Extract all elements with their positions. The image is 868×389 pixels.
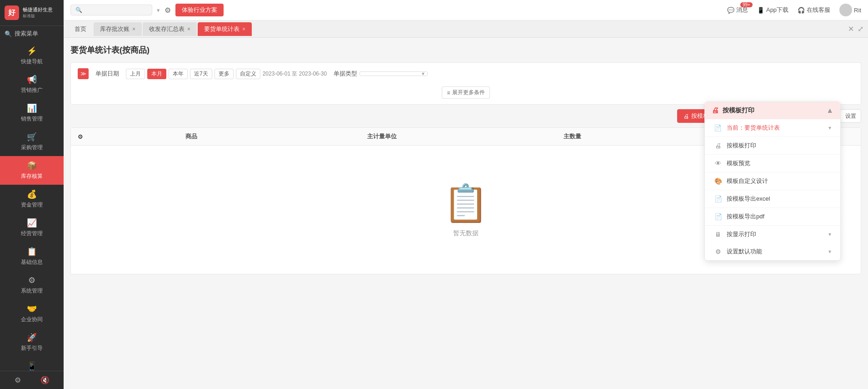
sidebar-item-label: 采购管理	[21, 144, 43, 152]
tab-receipt-summary-close[interactable]: ×	[187, 26, 190, 32]
sidebar-item-basic-info[interactable]: 📋 基础信息	[0, 242, 64, 271]
topbar-dropdown-arrow[interactable]: ▾	[157, 7, 160, 14]
set-default-arrow: ▾	[828, 248, 831, 255]
tab-order-stats[interactable]: 要货单统计表 ×	[198, 22, 252, 36]
sidebar-item-label: 新手引导	[21, 344, 43, 352]
date-btn-last-month[interactable]: 上月	[126, 69, 145, 79]
tab-inventory-batch-close[interactable]: ×	[132, 26, 135, 32]
dropdown-item-template-preview[interactable]: 👁 模板预览	[705, 155, 840, 172]
finance-icon: 💰	[27, 189, 37, 199]
dropdown-item-export-pdf[interactable]: 📄 按模板导出pdf	[705, 208, 840, 226]
sidebar-item-cooperation[interactable]: 🤝 企业协同	[0, 299, 64, 328]
tab-home[interactable]: 首页	[68, 22, 93, 36]
tab-bar-expand-icon[interactable]: ⤢	[858, 25, 863, 33]
quick-nav-icon: ⚡	[27, 46, 37, 56]
display-print-icon: 🖥	[714, 231, 722, 238]
sidebar-item-app-center[interactable]: 📱 应用中心	[0, 357, 64, 371]
settings-button[interactable]: 设置	[840, 109, 861, 123]
sidebar-item-label: 营销推广	[21, 86, 43, 94]
type-filter-label: 单据类型	[334, 70, 357, 78]
message-icon: 💬	[727, 7, 734, 14]
date-btn-this-month[interactable]: 本月	[147, 69, 166, 79]
sidebar-item-sales[interactable]: 📊 销售管理	[0, 99, 64, 127]
sidebar-item-label: 资金管理	[21, 201, 43, 209]
user-avatar	[839, 4, 852, 16]
app-name-block: 畅捷通好生意 标准版	[23, 6, 53, 19]
export-pdf-icon: 📄	[714, 213, 722, 220]
date-btn-7days[interactable]: 近7天	[190, 69, 212, 79]
dropdown-title-text: 按模板打印	[723, 106, 754, 115]
topbar: 🔍 ▾ ⚙ 体验行业方案 💬 消息 99+ 📱 App下载 🎧 在线客服 Rit	[64, 0, 868, 20]
dropdown-set-default[interactable]: ⚙ 设置默认功能 ▾	[705, 243, 840, 260]
dropdown-current-template[interactable]: 📄 当前：要货单统计表 ▾	[705, 119, 840, 137]
sidebar-item-label: 库存核算	[21, 172, 43, 180]
tab-bar: 首页 库存批次账 × 收发存汇总表 × 要货单统计表 × ✕ ⤢	[64, 20, 868, 38]
app-download-label: App下载	[766, 6, 788, 14]
type-select[interactable]: ▾	[359, 71, 428, 76]
tab-inventory-batch[interactable]: 库存批次账 ×	[94, 22, 142, 36]
sidebar-item-label: 快捷导航	[21, 58, 43, 66]
sidebar-item-finance[interactable]: 💰 资金管理	[0, 185, 64, 213]
dropdown-item-export-excel[interactable]: 📄 按模板导出excel	[705, 190, 840, 208]
sidebar-item-inventory[interactable]: 📦 库存核算	[0, 156, 64, 185]
user-avatar-item[interactable]: Rit	[839, 4, 861, 16]
date-btn-this-year[interactable]: 本年	[169, 69, 188, 79]
dropdown-item-template-print[interactable]: 🖨 按模板打印	[705, 137, 840, 155]
col-product: 商品	[100, 132, 282, 141]
tab-home-label: 首页	[75, 25, 86, 33]
sidebar-item-operations[interactable]: 📈 经营管理	[0, 213, 64, 242]
tab-receipt-summary[interactable]: 收发存汇总表 ×	[143, 22, 197, 36]
tab-bar-close-icon[interactable]: ✕	[848, 25, 854, 33]
table-gear-icon[interactable]: ⚙	[78, 133, 91, 140]
filter-expand-button[interactable]: ≫	[78, 68, 89, 79]
main-area: 🔍 ▾ ⚙ 体验行业方案 💬 消息 99+ 📱 App下载 🎧 在线客服 Rit	[64, 0, 868, 389]
user-name: Rit	[854, 7, 861, 14]
logo-icon: 好	[5, 5, 19, 20]
template-custom-icon: 🎨	[714, 177, 722, 185]
topbar-gear-icon[interactable]: ⚙	[165, 6, 171, 15]
print-dropdown-popup: 🖨 按模板打印 ▲ 📄 当前：要货单统计表 ▾ 🖨 按模板打印 👁 模板预览 🎨	[704, 101, 841, 261]
sidebar-item-system[interactable]: ⚙ 系统管理	[0, 271, 64, 299]
online-service-item[interactable]: 🎧 在线客服	[798, 6, 830, 14]
topbar-right: 💬 消息 99+ 📱 App下载 🎧 在线客服 Rit	[727, 4, 861, 16]
date-buttons: 上月 本月 本年 近7天 更多 自定义 2023-06-01 至 2023-06…	[126, 69, 327, 79]
sidebar-item-label: 企业协同	[21, 316, 43, 323]
col-unit: 主计量单位	[291, 132, 473, 141]
sidebar-item-quick-nav[interactable]: ⚡ 快捷导航	[0, 41, 64, 70]
chevron-down-icon: ▾	[422, 71, 424, 77]
filter-bar: ≫ 单据日期 上月 本月 本年 近7天 更多 自定义 2023-06-01 至 …	[70, 62, 861, 105]
volume-icon[interactable]: 🔇	[40, 376, 50, 384]
message-badge: 99+	[740, 2, 753, 7]
app-version: 标准版	[23, 13, 53, 19]
system-icon: ⚙	[28, 275, 35, 285]
sidebar-search[interactable]: 🔍 搜索菜单	[0, 26, 64, 41]
export-pdf-label: 按模板导出pdf	[727, 212, 764, 221]
page-title: 要货单统计表(按商品)	[70, 45, 861, 56]
template-custom-label: 模板自定义设计	[727, 177, 768, 185]
date-btn-custom[interactable]: 自定义	[236, 69, 260, 79]
tab-order-stats-label: 要货单统计表	[204, 25, 239, 33]
sidebar-item-marketing[interactable]: 📢 营销推广	[0, 70, 64, 99]
empty-text: 暂无数据	[453, 229, 479, 237]
download-icon: 📱	[757, 7, 764, 14]
date-btn-more[interactable]: 更多	[215, 69, 234, 79]
type-filter: 单据类型 ▾	[334, 70, 428, 78]
topbar-search[interactable]: 🔍	[70, 5, 152, 15]
export-excel-icon: 📄	[714, 195, 722, 202]
trial-button[interactable]: 体验行业方案	[175, 4, 224, 16]
set-default-label: 设置默认功能	[727, 248, 762, 256]
dropdown-header: 🖨 按模板打印 ▲	[705, 102, 840, 119]
settings-icon[interactable]: ⚙	[15, 376, 21, 384]
messages-item[interactable]: 💬 消息 99+	[727, 6, 748, 14]
app-download-item[interactable]: 📱 App下载	[757, 6, 788, 14]
date-filter-label: 单据日期	[95, 70, 119, 78]
sidebar-item-starter[interactable]: 🚀 新手引导	[0, 328, 64, 357]
sidebar-item-label: 销售管理	[21, 115, 43, 123]
sidebar-item-purchase[interactable]: 🛒 采购管理	[0, 127, 64, 156]
dropdown-close-icon[interactable]: ▲	[826, 106, 833, 115]
dropdown-display-print[interactable]: 🖥 按显示打印 ▾	[705, 226, 840, 243]
dropdown-item-template-custom[interactable]: 🎨 模板自定义设计	[705, 172, 840, 190]
date-range-display: 2023-06-01 至 2023-06-30	[263, 70, 327, 78]
expand-more-button[interactable]: ≡ 展开更多条件	[442, 86, 489, 99]
tab-order-stats-close[interactable]: ×	[242, 26, 245, 32]
